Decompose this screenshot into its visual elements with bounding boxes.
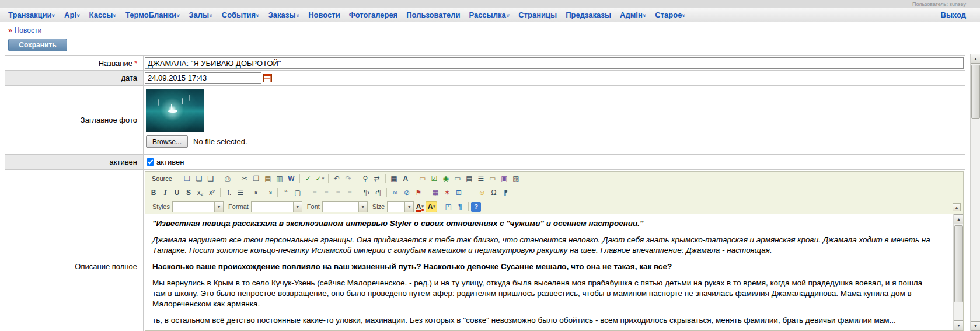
nav-item-stranicy[interactable]: Страницы bbox=[518, 11, 557, 19]
checkbox-icon[interactable]: ☑ bbox=[428, 173, 440, 184]
show-blocks-icon[interactable]: ¶ bbox=[454, 201, 466, 212]
copy-icon[interactable]: ❐ bbox=[250, 173, 262, 184]
print-icon[interactable]: ⎙ bbox=[222, 173, 233, 184]
save-icon[interactable]: ❒ bbox=[182, 173, 193, 184]
editor-content[interactable]: "Известная певица рассказала в эксклюзив… bbox=[145, 214, 963, 330]
image-icon[interactable]: ▦ bbox=[430, 187, 441, 198]
nav-item-sobytiya[interactable]: События» bbox=[222, 11, 260, 19]
nav-item-rassylka[interactable]: Рассылка» bbox=[469, 11, 510, 19]
italic-icon[interactable]: I bbox=[159, 187, 171, 198]
active-checkbox[interactable] bbox=[147, 158, 154, 166]
styles-select[interactable]: ▾ bbox=[172, 201, 224, 212]
source-button[interactable]: Source bbox=[148, 173, 176, 184]
redo-icon[interactable]: ↷ bbox=[343, 173, 354, 184]
special-char-icon[interactable]: Ω bbox=[488, 187, 500, 198]
justify-right-icon[interactable]: ≡ bbox=[332, 187, 344, 198]
anchor-icon[interactable]: ⚑ bbox=[413, 187, 424, 198]
bulleted-list-icon[interactable]: ☰ bbox=[235, 187, 246, 198]
button-icon[interactable]: ▭ bbox=[487, 173, 498, 184]
unlink-icon[interactable]: ⊘ bbox=[401, 187, 413, 198]
numbered-list-icon[interactable]: ⒈ bbox=[223, 187, 235, 198]
new-page-icon[interactable]: ❏ bbox=[193, 173, 205, 184]
title-input[interactable] bbox=[145, 57, 964, 69]
select-all-icon[interactable]: ▦ bbox=[388, 173, 400, 184]
smiley-icon[interactable]: ☺ bbox=[476, 187, 488, 198]
breadcrumb-link-news[interactable]: Новости bbox=[15, 26, 41, 34]
editor-scrollbar[interactable]: ▲ ▼ bbox=[953, 214, 963, 330]
calendar-icon[interactable] bbox=[263, 74, 272, 82]
cut-icon[interactable]: ✂ bbox=[239, 173, 250, 184]
nav-item-polzovateli[interactable]: Пользователи bbox=[406, 11, 460, 19]
browse-button[interactable]: Browse... bbox=[146, 135, 188, 148]
text-color-icon[interactable]: A bbox=[414, 201, 426, 212]
nav-item-admin[interactable]: Адмін» bbox=[620, 11, 646, 19]
toolbar-separator bbox=[236, 174, 236, 183]
undo-icon[interactable]: ↶ bbox=[331, 173, 343, 184]
paste-icon[interactable]: ▤ bbox=[262, 173, 274, 184]
save-button[interactable]: Сохранить bbox=[8, 39, 67, 51]
paste-text-icon[interactable]: ▥ bbox=[274, 173, 285, 184]
table-icon[interactable]: ⊞ bbox=[453, 187, 465, 198]
size-select[interactable]: ▾ bbox=[387, 201, 414, 212]
scroll-up-button[interactable]: ▲ bbox=[954, 214, 963, 224]
find-icon[interactable]: ⚲ bbox=[360, 173, 371, 184]
bidi-rtl-icon[interactable]: ‹¶ bbox=[372, 187, 384, 198]
maximize-icon[interactable]: ◰ bbox=[442, 201, 454, 212]
background-color-icon[interactable]: A bbox=[426, 201, 437, 212]
radio-icon[interactable]: ◉ bbox=[440, 173, 452, 184]
text-field-icon[interactable]: ▭ bbox=[452, 173, 463, 184]
news-edit-form: Название* дата Заглавное фото Browse... … bbox=[5, 55, 965, 331]
about-icon[interactable]: ? bbox=[471, 202, 481, 212]
bidi-ltr-icon[interactable]: ¶› bbox=[361, 187, 372, 198]
scroll-down-button[interactable]: ▼ bbox=[954, 320, 963, 330]
blockquote-icon[interactable]: “ bbox=[280, 187, 292, 198]
bold-icon[interactable]: B bbox=[148, 187, 159, 198]
editor-scrollbar-thumb[interactable] bbox=[954, 225, 963, 302]
image-button-icon[interactable]: ▣ bbox=[498, 173, 510, 184]
format-select[interactable]: ▾ bbox=[251, 201, 302, 212]
nav-item-termoblanki[interactable]: ТермоБланки» bbox=[125, 11, 180, 19]
flash-icon[interactable]: ✶ bbox=[441, 187, 453, 198]
link-icon[interactable]: ∞ bbox=[389, 187, 401, 198]
nav-logout[interactable]: Выход bbox=[941, 11, 966, 19]
form-icon[interactable]: ▭ bbox=[417, 173, 428, 184]
textarea-icon[interactable]: ▤ bbox=[463, 173, 475, 184]
paste-from-word-icon[interactable]: W bbox=[285, 173, 297, 184]
nav-item-transakcii[interactable]: Транзакции» bbox=[8, 11, 55, 19]
nav-item-predzakazy[interactable]: Предзаказы bbox=[566, 11, 611, 19]
scayt-icon[interactable]: ✓ bbox=[314, 173, 326, 184]
date-input[interactable] bbox=[145, 72, 261, 84]
superscript-icon[interactable]: x² bbox=[206, 187, 218, 198]
strike-icon[interactable]: S bbox=[183, 187, 194, 198]
nav-item-zaly[interactable]: Залы» bbox=[189, 11, 212, 19]
justify-block-icon[interactable]: ≡ bbox=[344, 187, 355, 198]
spell-check-icon[interactable]: ✓ bbox=[302, 173, 314, 184]
horizontal-rule-icon[interactable]: — bbox=[465, 187, 476, 198]
indent-icon[interactable]: ⇥ bbox=[263, 187, 275, 198]
nav-item-api[interactable]: Api» bbox=[64, 11, 81, 19]
page-scrollbar[interactable]: ▲ ▼ bbox=[970, 54, 980, 331]
remove-format-icon[interactable]: A bbox=[400, 173, 411, 184]
justify-center-icon[interactable]: ≡ bbox=[320, 187, 332, 198]
select-field-icon[interactable]: ☰ bbox=[475, 173, 487, 184]
div-icon[interactable]: ▢ bbox=[292, 187, 304, 198]
page-scrollbar-thumb[interactable] bbox=[971, 65, 980, 119]
nav-item-staroe[interactable]: Старое» bbox=[655, 11, 686, 19]
toolbar-collapse-button[interactable]: ▲ bbox=[953, 203, 961, 211]
font-select[interactable]: ▾ bbox=[322, 201, 368, 212]
scroll-up-button[interactable]: ▲ bbox=[971, 54, 980, 64]
preview-icon[interactable]: ❑ bbox=[205, 173, 217, 184]
toolbar-separator bbox=[385, 174, 386, 183]
underline-icon[interactable]: U bbox=[171, 187, 183, 198]
scroll-down-button[interactable]: ▼ bbox=[971, 321, 980, 331]
nav-item-novosti[interactable]: Новости bbox=[308, 11, 340, 19]
nav-item-fotogalereya[interactable]: Фотогалерея bbox=[349, 11, 398, 19]
justify-left-icon[interactable]: ≡ bbox=[309, 187, 320, 198]
page-break-icon[interactable]: ⁋ bbox=[500, 187, 511, 198]
nav-item-kassy[interactable]: Кассы» bbox=[89, 11, 117, 19]
replace-icon[interactable]: ⇄ bbox=[371, 173, 383, 184]
nav-item-zakazy[interactable]: Заказы» bbox=[268, 11, 299, 19]
subscript-icon[interactable]: x₂ bbox=[194, 187, 206, 198]
outdent-icon[interactable]: ⇤ bbox=[252, 187, 263, 198]
hidden-field-icon[interactable]: ▨ bbox=[510, 173, 522, 184]
